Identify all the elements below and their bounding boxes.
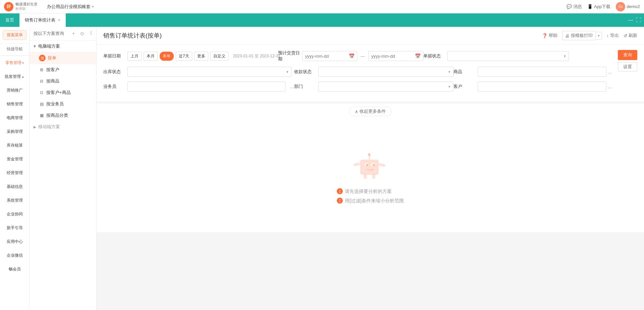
- sidebar-item-inventory[interactable]: 库存核算: [0, 139, 29, 152]
- date-btn-more[interactable]: 更多: [194, 52, 208, 61]
- sidebar-search-section: 搜索菜单: [0, 27, 29, 44]
- filter-product-cell: 商品 …: [453, 67, 612, 77]
- page-title: 销售订单统计表(按单): [103, 32, 162, 44]
- search-menu-button[interactable]: 搜索菜单: [3, 30, 26, 40]
- sidebar-item-finance[interactable]: 资金管理: [0, 152, 29, 166]
- filter-date-cell: 单据日期 上月 本月 本年 近7天 更多 自定义 2023-01-01 至 20…: [103, 52, 278, 61]
- user-avatar: Ea: [616, 2, 625, 11]
- scheme-item-by-order-icon: 按: [39, 55, 46, 61]
- tab-maximize-button[interactable]: ⛶: [636, 17, 641, 23]
- tabbar: 首页 销售订单统计表 × — ⛶: [0, 13, 644, 27]
- expected-date-label: 预计交货日期: [278, 50, 302, 62]
- calendar-end-icon[interactable]: 📅: [415, 53, 421, 59]
- payment-status-select[interactable]: ▾: [318, 67, 453, 77]
- company-dropdown-arrow: ▾: [92, 5, 94, 8]
- filter-row-1: 单据日期 上月 本月 本年 近7天 更多 自定义 2023-01-01 至 20…: [103, 50, 612, 62]
- salesperson-input[interactable]: [127, 82, 285, 92]
- sidebar-item-retail[interactable]: 零售管理 ▾: [0, 56, 29, 70]
- payment-status-arrow: ▾: [448, 70, 450, 74]
- sidebar-item-wholesale[interactable]: 批发管理 ▲: [0, 70, 29, 84]
- help-button[interactable]: ❓ 帮助: [542, 33, 557, 39]
- scheme-group-pc-header[interactable]: ▶ 电脑端方案: [30, 41, 96, 52]
- scheme-item-by-customer-product[interactable]: ⊡ 按客户+商品: [30, 87, 96, 98]
- messages-label: 消息: [573, 4, 582, 10]
- collapse-bar[interactable]: ∧ 收起更多条件: [97, 103, 644, 119]
- search-menu-label: 搜索菜单: [7, 33, 23, 37]
- export-label: 导出: [610, 33, 619, 39]
- message-icon: 💬: [567, 4, 572, 9]
- date-btn-last-month[interactable]: 上月: [127, 52, 142, 61]
- scheme-item-by-product-category[interactable]: ▦ 按商品分类: [30, 110, 96, 121]
- sidebar-item-member[interactable]: 畅会员: [0, 262, 29, 276]
- date-separator: —: [361, 54, 365, 59]
- sidebar-quick-nav[interactable]: 快捷导航: [0, 44, 29, 56]
- scheme-group-pc-arrow: ▶: [33, 45, 37, 48]
- scheme-item-by-customer[interactable]: ⊞ 按客户: [30, 64, 96, 75]
- scheme-settings-icon[interactable]: ⊙: [79, 30, 86, 37]
- operations-label: 经营管理: [7, 170, 23, 176]
- filter-row-3: 业务员 … 部门 ▾: [103, 82, 612, 92]
- scheme-header-actions: ＋ ⊙ 《: [70, 30, 92, 37]
- finance-label: 资金管理: [7, 156, 23, 162]
- sidebar-item-ecommerce[interactable]: 电商管理: [0, 111, 29, 125]
- export-button[interactable]: ↑ 导出: [607, 33, 619, 39]
- scheme-add-icon[interactable]: ＋: [70, 30, 77, 37]
- sidebar-item-enterprise[interactable]: 企业协同: [0, 207, 29, 221]
- product-ellipsis[interactable]: …: [608, 69, 612, 74]
- date-btn-this-month[interactable]: 本月: [144, 52, 158, 61]
- app-download-button[interactable]: 📱 App下载: [587, 4, 610, 10]
- filter-action-buttons: 查询 设置: [618, 50, 637, 71]
- company-selector[interactable]: 办公用品行业模拟账套 ▾: [47, 4, 94, 10]
- sidebar-item-wechat[interactable]: 企业微信: [0, 249, 29, 262]
- sidebar-item-apps[interactable]: 应用中心: [0, 235, 29, 249]
- sidebar: 搜索菜单 快捷导航 零售管理 ▾ 批发管理 ▲ 营销推广 销售管理 电商管理 采…: [0, 27, 30, 310]
- print-button[interactable]: 🖨 按模板打印: [562, 31, 595, 40]
- query-button[interactable]: 查询: [618, 50, 637, 60]
- status-label: 单据状态: [423, 53, 447, 59]
- sidebar-item-marketing[interactable]: 营销推广: [0, 84, 29, 97]
- tab-sales-order-stats[interactable]: 销售订单统计表 ×: [19, 13, 66, 27]
- tab-close-button[interactable]: ×: [58, 18, 60, 22]
- sidebar-item-newbie[interactable]: 新手引导: [0, 221, 29, 235]
- member-label: 畅会员: [9, 266, 21, 272]
- collapse-up-icon: ∧: [355, 109, 358, 114]
- sidebar-item-system[interactable]: 系统管理: [0, 194, 29, 207]
- sidebar-item-purchase[interactable]: 采购管理: [0, 125, 29, 139]
- scheme-item-by-salesperson[interactable]: ▤ 按业务员: [30, 98, 96, 110]
- tab-home[interactable]: 首页: [0, 13, 19, 27]
- sidebar-item-sales[interactable]: 销售管理: [0, 97, 29, 111]
- out-status-select[interactable]: ▾: [127, 67, 291, 77]
- scheme-item-by-product-category-label: 按商品分类: [46, 112, 68, 118]
- department-select[interactable]: ▾: [318, 82, 453, 92]
- page-title-actions: ❓ 帮助 🖨 按模板打印 ▾ ↑ 导出: [542, 31, 638, 44]
- date-btn-last-7[interactable]: 近7天: [176, 52, 192, 61]
- scheme-collapse-button[interactable]: 《: [88, 30, 92, 37]
- refresh-button[interactable]: ↺ 刷新: [624, 33, 637, 39]
- customer-input[interactable]: [478, 82, 606, 92]
- date-btn-custom[interactable]: 自定义: [210, 52, 228, 61]
- scheme-group-mobile[interactable]: ▶ 移动端方案: [30, 121, 96, 133]
- scheme-item-by-product[interactable]: ⊟ 按商品: [30, 75, 96, 87]
- filter-expected-date-cell: 预计交货日期 📅 — 📅: [278, 50, 424, 62]
- calendar-start-icon[interactable]: 📅: [349, 53, 355, 59]
- scheme-item-by-order[interactable]: 按 按单: [30, 52, 96, 64]
- sidebar-item-operations[interactable]: 经营管理: [0, 166, 29, 180]
- tab-minimize-button[interactable]: —: [628, 17, 633, 23]
- salesperson-ellipsis[interactable]: …: [289, 84, 294, 89]
- product-input[interactable]: [478, 67, 606, 77]
- user-profile[interactable]: Ea demo2: [616, 2, 640, 11]
- sidebar-item-basic[interactable]: 基础信息: [0, 180, 29, 194]
- help-icon: ❓: [542, 33, 547, 38]
- wechat-label: 企业微信: [7, 253, 23, 258]
- svg-rect-8: [353, 162, 360, 166]
- date-btn-this-year[interactable]: 本年: [160, 52, 174, 61]
- status-select[interactable]: ▾: [447, 51, 569, 61]
- print-dropdown-arrow[interactable]: ▾: [595, 32, 602, 40]
- settings-button[interactable]: 设置: [618, 62, 637, 71]
- collapse-bar-label: 收起更多条件: [360, 108, 386, 114]
- wholesale-arrow-icon: ▲: [21, 75, 25, 79]
- customer-ellipsis[interactable]: …: [608, 84, 612, 89]
- scheme-group-mobile-arrow: ▶: [34, 125, 36, 129]
- messages-button[interactable]: 💬 消息: [567, 4, 582, 10]
- svg-point-5: [373, 164, 375, 166]
